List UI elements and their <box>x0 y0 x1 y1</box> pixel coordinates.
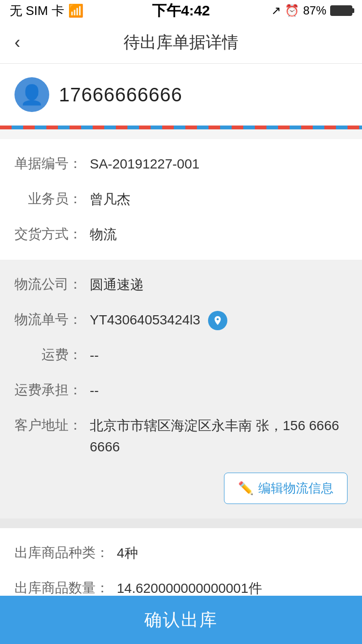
goods-type-label: 出库商品种类： <box>14 543 109 563</box>
wifi-icon: 📶 <box>68 3 84 18</box>
edit-btn-label: 编辑物流信息 <box>258 480 334 497</box>
location-pin-icon <box>212 315 223 326</box>
status-bar: 无 SIM 卡 📶 下午4:42 ↗ ⏰ 87% <box>0 0 362 21</box>
logistics-company-row: 物流公司： 圆通速递 <box>14 274 348 296</box>
order-no-row: 单据编号： SA-20191227-001 <box>14 154 348 175</box>
status-right: ↗ ⏰ 87% <box>271 4 352 17</box>
delivery-value: 物流 <box>90 224 348 246</box>
delivery-row: 交货方式： 物流 <box>14 224 348 246</box>
address-row: 客户地址： 北京市市辖区海淀区永丰南 张，156 6666 6666 <box>14 415 348 459</box>
address-label: 客户地址： <box>14 415 82 435</box>
tracking-no-row: 物流单号： YT43064053424l3 <box>14 309 348 331</box>
salesman-row: 业务员： 曾凡杰 <box>14 189 348 210</box>
status-time: 下午4:42 <box>152 1 210 21</box>
delivery-label: 交货方式： <box>14 224 82 244</box>
avatar: 👤 <box>14 77 49 112</box>
freight-value: -- <box>90 345 348 366</box>
logistics-section: 物流公司： 圆通速递 物流单号： YT43064053424l3 运费： -- … <box>0 260 362 518</box>
avatar-icon: 👤 <box>20 84 44 106</box>
freight-bearer-value: -- <box>90 380 348 402</box>
customer-header: 👤 17666666666 <box>0 64 362 126</box>
salesman-value: 曾凡杰 <box>90 189 348 210</box>
status-left: 无 SIM 卡 📶 <box>10 2 84 19</box>
goods-type-value: 4种 <box>117 543 348 564</box>
order-no-label: 单据编号： <box>14 154 82 174</box>
section-divider <box>0 518 362 528</box>
edit-icon: ✏️ <box>238 481 253 496</box>
order-no-value: SA-20191227-001 <box>90 154 348 175</box>
freight-bearer-label: 运费承担： <box>14 380 82 400</box>
alarm-icon: ⏰ <box>285 4 299 17</box>
carrier-label: 无 SIM 卡 <box>10 2 64 19</box>
customer-phone: 17666666666 <box>59 84 182 106</box>
order-info-section: 单据编号： SA-20191227-001 业务员： 曾凡杰 交货方式： 物流 <box>0 139 362 260</box>
logistics-company-label: 物流公司： <box>14 274 82 294</box>
location-arrow-icon: ↗ <box>271 4 281 17</box>
confirm-button[interactable]: 确认出库 <box>0 596 362 644</box>
freight-label: 运费： <box>14 345 82 365</box>
tracking-no-label: 物流单号： <box>14 309 82 330</box>
goods-type-row: 出库商品种类： 4种 <box>14 543 348 564</box>
logistics-company-value: 圆通速递 <box>90 274 348 296</box>
freight-bearer-row: 运费承担： -- <box>14 380 348 402</box>
battery-icon <box>330 5 352 16</box>
back-button[interactable]: ‹ <box>14 32 20 53</box>
edit-logistics-button[interactable]: ✏️ 编辑物流信息 <box>224 473 348 504</box>
dashed-divider <box>0 126 362 129</box>
goods-quantity-label: 出库商品数量： <box>14 578 109 598</box>
confirm-btn-label: 确认出库 <box>144 608 218 632</box>
tracking-no-value: YT43064053424l3 <box>90 309 348 331</box>
nav-bar: ‹ 待出库单据详情 <box>0 21 362 64</box>
battery-percent: 87% <box>303 4 326 17</box>
address-value: 北京市市辖区海淀区永丰南 张，156 6666 6666 <box>90 415 348 459</box>
freight-row: 运费： -- <box>14 345 348 366</box>
tracking-location-button[interactable] <box>208 311 227 330</box>
page-title: 待出库单据详情 <box>124 31 238 54</box>
tracking-no-text: YT43064053424l3 <box>90 309 200 331</box>
salesman-label: 业务员： <box>14 189 82 209</box>
edit-btn-container: ✏️ 编辑物流信息 <box>14 473 348 504</box>
